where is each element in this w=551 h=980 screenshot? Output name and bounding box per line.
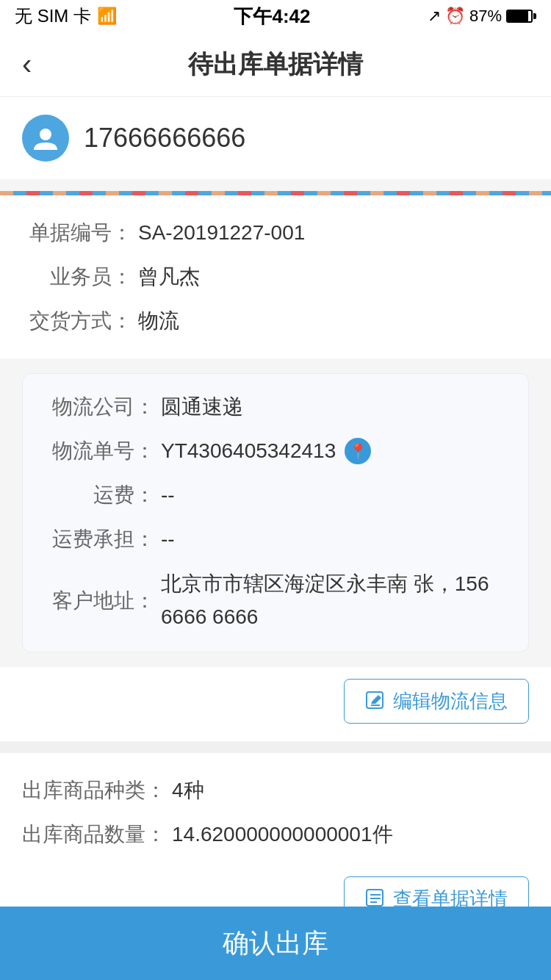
section-divider bbox=[0, 741, 551, 753]
product-types-label: 出库商品种类： bbox=[22, 775, 166, 806]
logistics-freight-bearer-value: -- bbox=[155, 524, 506, 555]
products-section: 出库商品种类： 4种 出库商品数量： 14.620000000000001件 bbox=[0, 753, 551, 865]
logistics-address-row: 客户地址： 北京市市辖区海淀区永丰南 张，156 6666 6666 bbox=[45, 568, 506, 634]
salesman-value: 曾凡杰 bbox=[132, 262, 529, 292]
product-types-value: 4种 bbox=[166, 775, 529, 806]
avatar bbox=[22, 115, 69, 162]
logistics-address-value: 北京市市辖区海淀区永丰南 张，156 6666 6666 bbox=[155, 568, 506, 634]
user-icon bbox=[32, 125, 59, 151]
alarm-icon: ⏰ bbox=[445, 7, 465, 26]
logistics-address-label: 客户地址： bbox=[45, 586, 155, 616]
back-button[interactable]: ‹ bbox=[22, 48, 32, 81]
confirm-button[interactable]: 确认出库 bbox=[0, 907, 551, 980]
logistics-tracking-row: 物流单号： YT43064053424​13 📍 bbox=[45, 436, 506, 466]
logistics-freight-row: 运费： -- bbox=[45, 480, 506, 511]
product-quantity-row: 出库商品数量： 14.620000000000001件 bbox=[22, 819, 529, 850]
order-number-row: 单据编号： SA-20191227-001 bbox=[22, 217, 529, 248]
nav-title: 待出库单据详情 bbox=[188, 48, 363, 82]
tracking-location-icon[interactable]: 📍 bbox=[345, 438, 371, 464]
product-quantity-value: 14.620000000000001件 bbox=[166, 819, 529, 850]
svg-point-0 bbox=[40, 129, 51, 140]
location-icon: ↗ bbox=[428, 7, 441, 26]
delivery-method-value: 物流 bbox=[132, 306, 529, 336]
order-number-value: SA-20191227-001 bbox=[132, 217, 529, 248]
logistics-company-label: 物流公司： bbox=[45, 392, 155, 422]
delivery-method-label: 交货方式： bbox=[22, 306, 132, 336]
order-number-label: 单据编号： bbox=[22, 217, 132, 248]
logistics-tracking-value: YT43064053424​13 📍 bbox=[155, 436, 506, 466]
battery-icon bbox=[506, 10, 536, 23]
logistics-company-value: 圆通速递 bbox=[155, 392, 506, 422]
status-time: 下午4:42 bbox=[234, 4, 310, 29]
edit-btn-row: 编辑物流信息 bbox=[0, 667, 551, 741]
customer-header: 17666666666 bbox=[0, 97, 551, 179]
delivery-method-row: 交货方式： 物流 bbox=[22, 306, 529, 336]
customer-phone: 17666666666 bbox=[84, 123, 245, 154]
basic-info-block: 单据编号： SA-20191227-001 业务员： 曾凡杰 交货方式： 物流 bbox=[0, 195, 551, 359]
logistics-freight-label: 运费： bbox=[45, 480, 155, 511]
nav-bar: ‹ 待出库单据详情 bbox=[0, 32, 551, 97]
edit-icon bbox=[365, 691, 386, 711]
product-quantity-label: 出库商品数量： bbox=[22, 819, 166, 850]
wifi-icon: 📶 bbox=[97, 7, 117, 26]
carrier-text: 无 SIM 卡 bbox=[15, 4, 91, 28]
logistics-freight-bearer-label: 运费承担： bbox=[45, 524, 155, 555]
logistics-card: 物流公司： 圆通速递 物流单号： YT43064053424​13 📍 运费： … bbox=[22, 373, 529, 652]
product-types-row: 出库商品种类： 4种 bbox=[22, 775, 529, 806]
logistics-company-row: 物流公司： 圆通速递 bbox=[45, 392, 506, 422]
status-bar: 无 SIM 卡 📶 下午4:42 ↗ ⏰ 87% bbox=[0, 0, 551, 32]
salesman-row: 业务员： 曾凡杰 bbox=[22, 262, 529, 292]
battery-percent: 87% bbox=[469, 7, 502, 26]
edit-logistics-button[interactable]: 编辑物流信息 bbox=[344, 679, 529, 724]
logistics-freight-value: -- bbox=[155, 480, 506, 511]
list-icon bbox=[365, 888, 386, 909]
salesman-label: 业务员： bbox=[22, 262, 132, 292]
status-left: 无 SIM 卡 📶 bbox=[15, 4, 117, 28]
confirm-button-label: 确认出库 bbox=[223, 926, 328, 962]
edit-logistics-label: 编辑物流信息 bbox=[393, 688, 508, 714]
status-right: ↗ ⏰ 87% bbox=[428, 7, 536, 26]
logistics-freight-bearer-row: 运费承担： -- bbox=[45, 524, 506, 555]
logistics-tracking-label: 物流单号： bbox=[45, 436, 155, 466]
